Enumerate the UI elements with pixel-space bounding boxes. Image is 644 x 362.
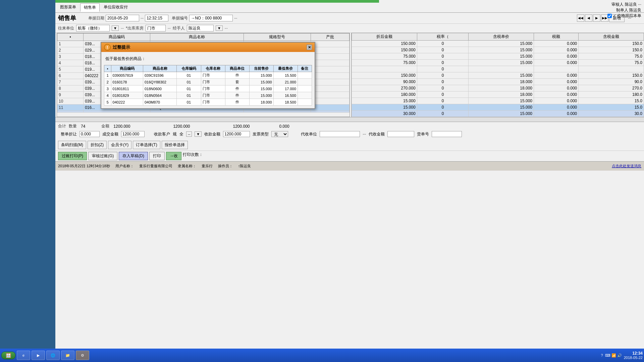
invoice-select[interactable]: 无 [271, 131, 288, 137]
taskbar-browser[interactable]: 🌐 [46, 351, 60, 360]
customer-drop2[interactable]: ▼ [195, 131, 202, 137]
form-fields-row: 往来单位 ▼ ··· *出库库房 ··· 经手人 ▼ ··· [55, 24, 644, 33]
table-row-right[interactable]: 270.000 0 18.000 0.000 270.0 [352, 85, 644, 92]
dialog-table-row: 1 0390057819 039C91596 01 门市 件 15.000 15… [104, 72, 312, 79]
proxy-unit-label: 代收单位 [301, 131, 317, 137]
taskbar-app1[interactable]: ▶ [32, 351, 45, 360]
table-row-right[interactable]: 0 [352, 66, 644, 72]
price-track-checkbox[interactable] [607, 14, 612, 18]
cell-discount-amt: 270.000 [352, 85, 417, 92]
taskbar-orange[interactable]: ⚙ [76, 351, 89, 360]
proxy-unit-input[interactable] [320, 131, 360, 137]
dlg-col-remark: 备注 [298, 65, 312, 72]
proxy-amount-input[interactable] [387, 131, 414, 137]
unit-btn[interactable]: ▼ [112, 25, 119, 31]
discount-input[interactable] [79, 131, 100, 137]
save-draft-btn[interactable]: 存入草稿(D) [119, 152, 148, 160]
cell-discount-amt: 30.000 [352, 111, 417, 117]
cell-discount-amt: 15.000 [352, 98, 417, 104]
table-row-right[interactable]: 75.000 0 15.000 0.000 75.0 [352, 60, 644, 66]
dlg-col-unit: 商品单位 [225, 65, 249, 72]
table-row-right[interactable]: 150.000 0 15.000 0.000 150.0 [352, 41, 644, 47]
qty-value: 74 [81, 124, 85, 129]
order-no-input[interactable] [432, 131, 462, 137]
barcode-scan-btn[interactable]: 条码扫描(M) [58, 141, 86, 149]
post-print-btn[interactable]: 过账打印(P) [58, 152, 87, 160]
start-button[interactable]: 🪟 [1, 352, 15, 359]
order-select-btn[interactable]: 订单选择(T) [133, 141, 160, 149]
print-btn[interactable]: 打印 [149, 152, 165, 160]
quote-select-btn[interactable]: 报价单选择 [162, 141, 188, 149]
table-row-right[interactable]: 75.000 0 15.000 0.000 75.0 [352, 53, 644, 60]
docno-input[interactable] [189, 15, 233, 21]
tax-value: 0.000 [279, 124, 289, 129]
horizontal-scrollbar[interactable] [55, 117, 644, 122]
reviewer-label: 审核人 [611, 2, 625, 7]
unit-input[interactable] [76, 25, 110, 32]
payment-amount-input[interactable] [223, 131, 250, 137]
taskbar-folder[interactable]: 📁 [61, 351, 74, 360]
dlg-col-min-price: 最低售价 [273, 65, 298, 72]
cell-tax-amt: 0.000 [534, 98, 578, 104]
table-row-right[interactable]: 90.000 0 18.000 0.000 90.0 [352, 79, 644, 85]
customer-drop1[interactable]: -- [186, 131, 192, 137]
table-row-right[interactable]: 150.000 0 15.000 0.000 150.0 [352, 47, 644, 53]
date-input[interactable] [106, 15, 139, 21]
cell-tax-amt: 0.000 [534, 47, 578, 53]
cell-discount-amt: 15.000 [352, 104, 417, 111]
clock-date: 2018-05-22 [624, 356, 643, 360]
amount-label: 金额 [101, 123, 109, 129]
cell-tax-amt [534, 66, 578, 72]
cell-num: 10 [57, 98, 84, 105]
dialog-close-btn[interactable]: ✕ [307, 45, 312, 50]
table-row-right[interactable]: 180.000 0 18.000 0.000 180.0 [352, 92, 644, 98]
time-input[interactable] [145, 15, 168, 21]
person-input[interactable] [187, 25, 214, 32]
dlg-cell-whname: 门市 [201, 79, 225, 85]
qty-label: 数量 [69, 123, 77, 129]
table-row[interactable] [57, 111, 350, 113]
menu-item-sales[interactable]: 销售单 [80, 3, 100, 12]
payment-amount-label: 收款金额 [204, 131, 220, 137]
table-row-right[interactable]: 15.000 0 15.000 0.000 15.0 [352, 104, 644, 111]
date-dots: ··· [141, 16, 144, 20]
taskbar-ie[interactable]: e [17, 351, 30, 360]
receive-btn[interactable]: →收 [166, 152, 181, 160]
col-name: 商品名称 [150, 34, 244, 41]
dlg-cell-min-price: 17.000 [273, 85, 298, 92]
cell-tax-rate: 0 [417, 111, 469, 117]
table-row-right[interactable]: 150.000 0 15.000 0.000 150.0 [352, 72, 644, 79]
status-datetime: 2018年05月22日 12时34分18秒 [58, 164, 110, 169]
cell-tax-amt: 0.000 [534, 92, 578, 98]
table-row-right[interactable]: 15.000 0 15.000 0.000 15.0 [352, 98, 644, 104]
cell-spec [244, 111, 311, 113]
membership-btn[interactable]: 会员卡(Y) [108, 141, 131, 149]
table-row-right[interactable]: 30.000 0 15.000 0.000 30.0 [352, 111, 644, 117]
nav-prev-btn[interactable]: ◀ [585, 14, 592, 22]
person-btn[interactable]: ▼ [216, 25, 223, 31]
right-table: 折后金额 税率（ 含税单价 税额 含税金额 150.000 0 15.000 0… [352, 33, 644, 117]
discount-btn[interactable]: 折扣(Z) [88, 141, 107, 149]
summary-bar: 合计 数量 74 金额 1200.000 1200.000 1200.000 0… [55, 122, 644, 139]
menu-item-receivable[interactable]: 单位应收应付 [100, 3, 131, 12]
deal-amount-input[interactable] [121, 131, 145, 137]
dlg-cell-remark [298, 85, 312, 92]
review-post-btn[interactable]: 审核过账(G) [88, 152, 117, 160]
dlg-cell-current-price: 15.000 [249, 85, 273, 92]
customer-type: 规 [173, 131, 177, 137]
dlg-cell-num: 3 [104, 85, 111, 92]
nav-next-btn[interactable]: ▶ [593, 14, 600, 22]
warehouse-input[interactable] [146, 25, 166, 32]
dept-label: 隶属名称： [178, 164, 196, 169]
cell-total: 30.0 [579, 111, 644, 117]
cell-num: 8 [57, 85, 84, 92]
dlg-col-current-price: 当前售价 [249, 65, 273, 72]
cell-batch [311, 73, 349, 79]
cell-total: 15.0 [579, 98, 644, 104]
cell-tax-rate: 0 [417, 98, 469, 104]
message-link[interactable]: 点击此处发送消息 [612, 164, 641, 169]
nav-first-btn[interactable]: ◀◀ [577, 14, 584, 22]
unit-dots: ··· [121, 26, 124, 30]
cell-discount-amt: 150.000 [352, 72, 417, 79]
menu-item-figures[interactable]: 图形菜单 [57, 3, 79, 12]
